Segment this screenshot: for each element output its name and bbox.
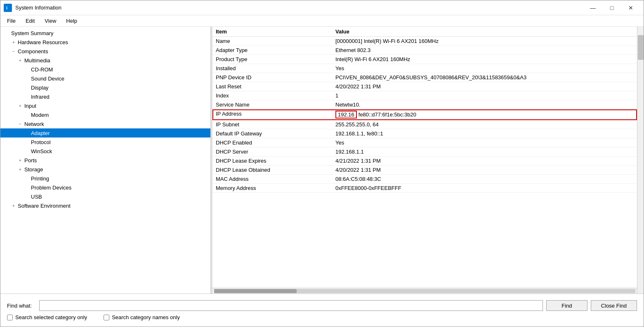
detail-item-cell: IP Address [212, 109, 332, 120]
tree-expander-problem-devices[interactable] [24, 184, 30, 191]
detail-item-cell: Product Type [212, 55, 332, 64]
tree-item-software-environment[interactable]: +Software Environment [0, 201, 210, 210]
tree-item-usb[interactable]: USB [0, 192, 210, 201]
tree-expander-display[interactable] [24, 84, 30, 91]
detail-content: Item Value Name[00000001] Intel(R) Wi-Fi… [212, 27, 637, 294]
tree-expander-infrared[interactable] [24, 93, 30, 100]
tree-label-system-summary: System Summary [11, 30, 54, 36]
tree-expander-hardware-resources[interactable]: + [10, 39, 17, 45]
tree-label-components: Components [18, 48, 48, 54]
detail-item-cell: DHCP Server [212, 147, 332, 156]
tree-item-hardware-resources[interactable]: +Hardware Resources [0, 38, 210, 47]
svg-rect-0 [5, 5, 11, 11]
tree-expander-modem[interactable] [24, 111, 30, 118]
tree-expander-sound-device[interactable] [24, 75, 30, 82]
tree-expander-input[interactable]: + [17, 102, 24, 109]
tree-expander-software-environment[interactable]: + [10, 202, 17, 209]
search-selected-checkbox[interactable] [7, 315, 13, 320]
detail-item-cell: Service Name [212, 100, 332, 109]
menu-edit[interactable]: Edit [21, 16, 40, 26]
table-row: Index1 [212, 91, 637, 100]
table-row: InstalledYes [212, 64, 637, 73]
tree-item-storage[interactable]: +Storage [0, 165, 210, 174]
tree-pane[interactable]: System Summary+Hardware Resources−Compon… [0, 27, 211, 294]
tree-item-sound-device[interactable]: Sound Device [0, 74, 210, 83]
tree-label-software-environment: Software Environment [18, 203, 71, 209]
tree-expander-system-summary[interactable] [4, 30, 10, 36]
tree-expander-adapter[interactable] [24, 130, 30, 136]
table-row: MAC Address08:6A:C5:08:48:3C [212, 175, 637, 184]
tree-expander-storage[interactable]: + [17, 166, 24, 173]
detail-scroll-area[interactable]: Item Value Name[00000001] Intel(R) Wi-Fi… [212, 27, 637, 288]
tree-item-components[interactable]: −Components [0, 47, 210, 56]
tree-expander-printing[interactable] [24, 175, 30, 182]
detail-wrapper: Item Value Name[00000001] Intel(R) Wi-Fi… [212, 27, 644, 294]
title-bar: i System Information — □ ✕ [0, 0, 644, 15]
scrollbar-thumb[interactable] [638, 35, 644, 60]
detail-value-cell: 192.168.1.1, fe80::1 [332, 129, 637, 138]
menu-view[interactable]: View [40, 16, 61, 26]
menu-help[interactable]: Help [61, 16, 82, 26]
tree-item-adapter[interactable]: Adapter [0, 128, 210, 137]
minimize-button[interactable]: — [583, 1, 602, 14]
tree-expander-network[interactable]: − [17, 121, 24, 127]
detail-value-cell: PCI\VEN_8086&DEV_A0F0&SUBSYS_40708086&RE… [332, 73, 637, 82]
table-row: PNP Device IDPCI\VEN_8086&DEV_A0F0&SUBSY… [212, 73, 637, 82]
tree-expander-components[interactable]: − [10, 48, 17, 54]
tree-item-infrared[interactable]: Infrared [0, 92, 210, 101]
tree-item-modem[interactable]: Modem [0, 110, 210, 119]
tree-label-input: Input [24, 103, 36, 109]
window-title: System Information [15, 5, 583, 11]
search-category-names-label[interactable]: Search category names only [104, 314, 180, 320]
tree-item-problem-devices[interactable]: Problem Devices [0, 183, 210, 192]
tree-item-cd-rom[interactable]: CD-ROM [0, 65, 210, 74]
tree-expander-protocol[interactable] [24, 139, 30, 145]
table-row: Last Reset4/20/2022 1:31 PM [212, 82, 637, 91]
table-row: Adapter TypeEthernet 802.3 [212, 46, 637, 55]
menu-file[interactable]: File [2, 16, 21, 26]
tree-item-system-summary[interactable]: System Summary [0, 28, 210, 38]
tree-item-display[interactable]: Display [0, 83, 210, 92]
detail-value-cell: Intel(R) Wi-Fi 6 AX201 160MHz [332, 55, 637, 64]
table-row: Service NameNetwtw10. [212, 100, 637, 109]
tree-item-multimedia[interactable]: +Multimedia [0, 56, 210, 65]
find-input[interactable] [39, 300, 543, 311]
detail-item-cell: MAC Address [212, 175, 332, 184]
search-selected-text: Search selected category only [15, 314, 87, 320]
tree-item-input[interactable]: +Input [0, 101, 210, 110]
main-content: System Summary+Hardware Resources−Compon… [0, 27, 644, 294]
tree-item-winsock[interactable]: WinSock [0, 147, 210, 156]
tree-expander-usb[interactable] [24, 193, 30, 200]
detail-table: Item Value Name[00000001] Intel(R) Wi-Fi… [212, 27, 637, 193]
detail-value-cell: Ethernet 802.3 [332, 46, 637, 55]
horizontal-scrollbar[interactable] [212, 288, 637, 294]
tree-item-protocol[interactable]: Protocol [0, 137, 210, 147]
tree-label-storage: Storage [24, 166, 43, 173]
maximize-button[interactable]: □ [602, 1, 621, 14]
table-row: DHCP EnabledYes [212, 138, 637, 147]
tree-item-printing[interactable]: Printing [0, 174, 210, 183]
close-button[interactable]: ✕ [621, 1, 640, 14]
detail-item-cell: Installed [212, 64, 332, 73]
close-find-button[interactable]: Close Find [591, 300, 637, 311]
find-button[interactable]: Find [546, 300, 587, 311]
tree-label-modem: Modem [31, 112, 49, 118]
detail-item-cell: IP Subnet [212, 120, 332, 129]
tree-expander-winsock[interactable] [24, 148, 30, 154]
tree-item-ports[interactable]: +Ports [0, 156, 210, 165]
tree-expander-cd-rom[interactable] [24, 66, 30, 73]
search-selected-label[interactable]: Search selected category only [7, 314, 87, 320]
tree-expander-multimedia[interactable]: + [17, 57, 24, 64]
tree-expander-ports[interactable]: + [17, 157, 24, 164]
tree-item-network[interactable]: −Network [0, 119, 210, 128]
search-category-names-checkbox[interactable] [104, 315, 109, 320]
find-bar-bottom: Search selected category only Search cat… [7, 314, 637, 320]
menu-bar: File Edit View Help [0, 15, 644, 27]
table-row: Memory Address0xFFEE8000-0xFFEEBFFF [212, 184, 637, 193]
app-icon: i [4, 4, 12, 12]
detail-item-cell: DHCP Lease Expires [212, 156, 332, 166]
detail-value-cell: Yes [332, 138, 637, 147]
detail-value-cell: 192.168.1.1 [332, 147, 637, 156]
detail-item-cell: DHCP Lease Obtained [212, 166, 332, 175]
vertical-scrollbar[interactable] [637, 27, 644, 294]
